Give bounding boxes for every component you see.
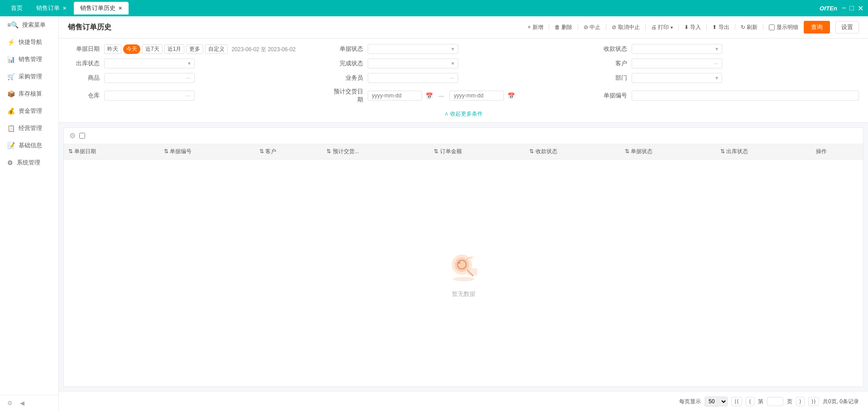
- export-button[interactable]: ⬆ 导出: [712, 24, 729, 31]
- tab-sales-order-history[interactable]: 销售订单历史 ✕: [74, 2, 129, 15]
- tab-sales-order-history-label: 销售订单历史: [80, 4, 115, 12]
- customer-select[interactable]: ···: [632, 58, 722, 68]
- tab-sales-order-history-close[interactable]: ✕: [118, 5, 122, 11]
- warehouse-content: ···: [104, 91, 331, 101]
- delete-button[interactable]: 🗑 删除: [555, 24, 572, 31]
- select-all-checkbox[interactable]: [79, 133, 85, 139]
- sidebar-item-business-mgmt-label: 经营管理: [19, 124, 42, 132]
- maximize-btn[interactable]: □: [849, 4, 854, 13]
- print-button[interactable]: 🖨 打印 ▾: [651, 24, 673, 31]
- dept-label: 部门: [595, 74, 632, 82]
- total-info: 共0页, 0条记录: [823, 398, 859, 406]
- page-title: 销售订单历史: [68, 23, 111, 32]
- tab-sales-order-label: 销售订单: [36, 4, 60, 12]
- top-bar: 首页 销售订单 ✕ 销售订单历史 ✕ OfTEn − □ ✕: [0, 0, 868, 16]
- stop-button[interactable]: ⊘ 中止: [584, 24, 600, 31]
- col-order-amount[interactable]: ⇅ 订单金额: [429, 144, 525, 160]
- next-page-btn[interactable]: ⟩: [796, 397, 805, 406]
- complete-status-label: 完成状态: [331, 59, 368, 68]
- expected-date-from[interactable]: [368, 91, 422, 101]
- minimize-btn[interactable]: −: [842, 4, 846, 13]
- sidebar-item-search-menu[interactable]: ≡🔍 搜索菜单: [0, 16, 58, 34]
- current-page-input[interactable]: 1: [767, 397, 783, 406]
- per-page-select[interactable]: 10 20 50 100: [705, 396, 728, 406]
- tab-home[interactable]: 首页: [5, 2, 29, 15]
- salesperson-content: ···: [368, 73, 595, 83]
- expected-date-content: 📅 — 📅: [368, 91, 595, 101]
- dept-select[interactable]: ▾: [632, 73, 722, 83]
- warehouse-select[interactable]: ···: [104, 91, 195, 101]
- sidebar-item-quick-nav[interactable]: ⚡ 快捷导航: [0, 34, 58, 51]
- calendar-icon-from[interactable]: 📅: [426, 92, 433, 99]
- content-area: 销售订单历史 + 新增 🗑 删除 ⊘ 中止 ⊘ 取消中止 🖨 打印 ▾ ⬇ 导入…: [59, 16, 868, 411]
- expected-date-to[interactable]: [450, 91, 504, 101]
- product-select[interactable]: ···: [104, 73, 195, 83]
- svg-rect-6: [467, 268, 477, 276]
- refresh-button[interactable]: ↻ 刷新: [741, 24, 758, 31]
- collection-status-select[interactable]: ▾: [632, 44, 722, 54]
- table-area: ⚙ ⇅ 单据日期 ⇅ 单据编号 ⇅: [63, 127, 863, 387]
- sidebar-item-sales-mgmt[interactable]: 📊 销售管理: [0, 51, 58, 68]
- filter-row-date: 单据日期 昨天 今天 近7天 近1月 更多 自定义 2023-06-02 至 2…: [68, 44, 859, 54]
- print-dropdown-icon: ▾: [671, 25, 673, 30]
- basic-info-icon: 📝: [7, 142, 15, 149]
- sidebar-settings-icon[interactable]: ⚙: [7, 400, 13, 406]
- sidebar-item-basic-info[interactable]: 📝 基础信息: [0, 137, 58, 154]
- brand-label: OfTEn: [820, 5, 837, 12]
- table-settings-icon[interactable]: ⚙: [69, 131, 76, 140]
- inventory-icon: 📦: [7, 90, 15, 97]
- sidebar-item-fund-mgmt[interactable]: 💰 资金管理: [0, 102, 58, 120]
- customer-dots[interactable]: ···: [714, 60, 718, 67]
- prev-page-btn[interactable]: ⟨: [746, 397, 754, 406]
- product-dots[interactable]: ···: [186, 75, 191, 81]
- bill-status-select[interactable]: ▾: [368, 44, 458, 54]
- out-status-content: ▾: [104, 58, 331, 68]
- divider-6: [706, 24, 707, 30]
- col-collection-status[interactable]: ⇅ 收款状态: [525, 144, 620, 160]
- sidebar-item-system-mgmt[interactable]: ⚙ 系统管理: [0, 154, 58, 171]
- date-btn-custom[interactable]: 自定义: [205, 44, 228, 54]
- date-btn-today[interactable]: 今天: [123, 44, 140, 54]
- col-bill-date[interactable]: ⇅ 单据日期: [64, 144, 159, 160]
- col-bill-no[interactable]: ⇅ 单据编号: [159, 144, 255, 160]
- setting-button[interactable]: 设置: [835, 21, 859, 34]
- show-detail-checkbox[interactable]: [769, 24, 775, 30]
- col-expected-date-label: 预计交货...: [333, 148, 359, 155]
- close-btn[interactable]: ✕: [858, 4, 863, 13]
- date-btn-more[interactable]: 更多: [186, 44, 203, 54]
- sidebar-item-inventory[interactable]: 📦 库存核算: [0, 85, 58, 102]
- calendar-icon-to[interactable]: 📅: [508, 92, 515, 99]
- date-btn-yesterday[interactable]: 昨天: [104, 44, 121, 54]
- complete-status-arrow: ▾: [451, 60, 454, 67]
- last-page-btn[interactable]: ⟩⟩: [808, 397, 819, 406]
- col-expected-date[interactable]: ⇅ 预计交货...: [322, 144, 429, 160]
- tab-sales-order-close[interactable]: ✕: [62, 5, 67, 11]
- sidebar-collapse-icon[interactable]: ◀: [20, 400, 24, 406]
- sidebar-item-business-mgmt[interactable]: 📋 经营管理: [0, 120, 58, 137]
- warehouse-dots[interactable]: ···: [186, 92, 191, 99]
- complete-status-select[interactable]: ▾: [368, 58, 458, 68]
- divider-7: [735, 24, 735, 30]
- collection-status-content: ▾: [632, 44, 859, 54]
- svg-point-5: [458, 261, 460, 264]
- date-btn-7days[interactable]: 近7天: [142, 44, 163, 54]
- cancel-stop-button[interactable]: ⊘ 取消中止: [612, 24, 639, 31]
- salesperson-dots[interactable]: ···: [450, 75, 454, 81]
- bill-no-label: 单据编号: [595, 92, 632, 100]
- show-detail-checkbox-label[interactable]: 显示明细: [769, 24, 798, 31]
- out-status-select[interactable]: ▾: [104, 58, 195, 68]
- bill-no-input[interactable]: [632, 91, 859, 101]
- tab-sales-order[interactable]: 销售订单 ✕: [30, 2, 73, 15]
- import-button[interactable]: ⬇ 导入: [684, 24, 701, 31]
- first-page-btn[interactable]: ⟨⟨: [731, 397, 742, 406]
- col-bill-status[interactable]: ⇅ 单据状态: [620, 144, 716, 160]
- date-btn-1month[interactable]: 近1月: [164, 44, 185, 54]
- new-button[interactable]: + 新增: [528, 24, 543, 31]
- sidebar-item-purchase-mgmt[interactable]: 🛒 采购管理: [0, 68, 58, 85]
- divider-4: [645, 24, 646, 30]
- col-out-status[interactable]: ⇅ 出库状态: [716, 144, 811, 160]
- query-button[interactable]: 查询: [804, 21, 830, 34]
- collapse-more-btn[interactable]: ∧ 收起更多条件: [68, 108, 859, 119]
- col-customer[interactable]: ⇅ 客户: [255, 144, 322, 160]
- salesperson-select[interactable]: ···: [368, 73, 458, 83]
